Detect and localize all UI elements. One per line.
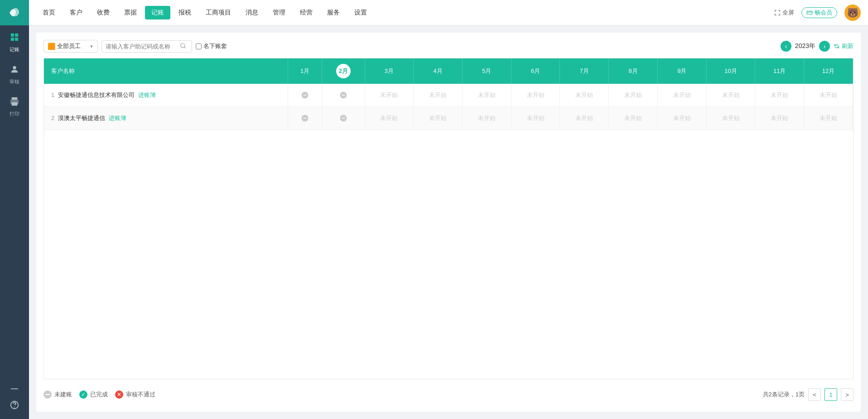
nav-message[interactable]: 消息 — [239, 6, 265, 19]
search-input-wrap — [101, 40, 192, 53]
legend-not-built-icon — [43, 390, 52, 399]
refresh-label: 刷新 — [842, 42, 854, 50]
table-cell-month-12: 未开始 — [804, 84, 853, 107]
nav-bookkeeping[interactable]: 记账 — [145, 6, 170, 19]
enter-ledger-link[interactable]: 进账簿 — [109, 115, 126, 121]
fullscreen-label: 全屏 — [782, 9, 794, 17]
next-year-button[interactable]: › — [819, 41, 830, 52]
status-not-started: 未开始 — [429, 115, 447, 121]
year-nav: ‹ 2023年 › — [781, 41, 830, 52]
table-cell-month-11: 未开始 — [755, 84, 804, 107]
table-cell-month-2 — [322, 84, 365, 107]
status-not-started: 未开始 — [478, 92, 496, 98]
sidebar-item-download[interactable] — [0, 377, 29, 395]
search-input[interactable] — [106, 43, 178, 50]
table-cell-month-7: 未开始 — [560, 107, 609, 130]
sidebar-item-audit[interactable]: 审核 — [0, 58, 29, 90]
refresh-button[interactable]: 刷新 — [834, 42, 854, 50]
nav-customer[interactable]: 客户 — [63, 6, 89, 19]
current-page-button[interactable]: 1 — [825, 388, 837, 401]
toolbar: 🟧 全部员工 ▼ 名下账套 ‹ 2023年 › — [43, 40, 854, 53]
avatar[interactable]: 🐻 — [844, 5, 861, 21]
sidebar-item-bookkeeping[interactable]: 记账 — [0, 25, 29, 58]
svg-rect-7 — [12, 102, 18, 106]
chevron-down-icon: ▼ — [89, 44, 94, 49]
legend-rejected: ✕ 审核不通过 — [115, 390, 155, 399]
topnav: 首页 客户 收费 票据 记账 报税 工商项目 消息 管理 经营 服务 设置 全屏… — [29, 0, 868, 25]
sidebar-item-bookkeeping-label: 记账 — [10, 46, 19, 53]
checkbox-label[interactable]: 名下账套 — [196, 42, 227, 50]
legend-rejected-label: 审核不通过 — [126, 390, 155, 399]
col-sep: 9月 — [657, 58, 706, 84]
status-done-icon — [300, 113, 310, 123]
prev-page-button[interactable]: < — [808, 388, 821, 401]
col-nov: 11月 — [755, 58, 804, 84]
nav-settings[interactable]: 设置 — [348, 6, 373, 19]
enter-ledger-link[interactable]: 进账簿 — [138, 92, 156, 98]
col-may: 5月 — [462, 58, 511, 84]
table-cell-month-5: 未开始 — [462, 107, 511, 130]
nav-tax[interactable]: 报税 — [172, 6, 198, 19]
sidebar-item-support[interactable] — [0, 396, 29, 414]
prev-year-button[interactable]: ‹ — [781, 41, 791, 52]
svg-point-12 — [181, 43, 185, 47]
legend-not-built: 未建账 — [43, 390, 72, 399]
svg-point-4 — [13, 66, 16, 69]
row-number: 2 — [51, 115, 54, 121]
status-not-started: 未开始 — [722, 115, 740, 121]
accounts-checkbox[interactable] — [196, 43, 202, 49]
search-button[interactable] — [180, 43, 186, 50]
nav-operation[interactable]: 经营 — [294, 6, 319, 19]
sidebar-item-print[interactable]: 打印 — [0, 90, 29, 122]
svg-point-10 — [14, 407, 15, 408]
nav-billing[interactable]: 收费 — [91, 6, 116, 19]
status-not-started: 未开始 — [722, 92, 740, 98]
logo[interactable] — [0, 0, 29, 25]
legend: 未建账 ✓ 已完成 ✕ 审核不通过 — [43, 390, 155, 399]
table-cell-month-9: 未开始 — [657, 84, 706, 107]
company-name: 安徽畅捷通信息技术有限公司 — [58, 92, 135, 98]
nav-business[interactable]: 工商项目 — [199, 6, 237, 19]
nav-management[interactable]: 管理 — [266, 6, 292, 19]
sidebar-item-print-label: 打印 — [10, 111, 19, 117]
legend-completed-icon: ✓ — [79, 390, 87, 399]
employee-icon: 🟧 — [48, 43, 55, 50]
col-jul: 7月 — [560, 58, 609, 84]
nav-invoice[interactable]: 票据 — [118, 6, 143, 19]
table-cell-month-7: 未开始 — [560, 84, 609, 107]
page-container: 🟧 全部员工 ▼ 名下账套 ‹ 2023年 › — [29, 25, 868, 419]
table-body: 1安徽畅捷通信息技术有限公司进账簿 未开始未开始未开始未开始未开始未开始未开始未… — [44, 84, 853, 130]
bookkeeping-icon — [7, 30, 22, 44]
status-not-started: 未开始 — [527, 92, 545, 98]
checkbox-text: 名下账套 — [203, 42, 227, 50]
table-cell-month-8: 未开始 — [609, 107, 658, 130]
current-month-indicator: 2月 — [336, 64, 351, 78]
nav-home[interactable]: 首页 — [36, 6, 62, 19]
col-dec: 12月 — [804, 58, 853, 84]
status-done-icon — [338, 90, 348, 100]
status-done-icon — [338, 113, 348, 123]
next-page-button[interactable]: > — [841, 388, 854, 401]
pagination: 共2条记录，1页 < 1 > — [763, 388, 854, 401]
fullscreen-button[interactable]: 全屏 — [774, 9, 794, 17]
col-feb: 2月 — [322, 58, 365, 84]
col-mar: 3月 — [365, 58, 414, 84]
col-name: 客户名称 — [44, 58, 288, 84]
table-cell-month-3: 未开始 — [365, 84, 414, 107]
row-number: 1 — [51, 92, 54, 98]
table-cell-month-1 — [288, 107, 322, 130]
svg-rect-21 — [45, 394, 50, 395]
footer: 未建账 ✓ 已完成 ✕ 审核不通过 共2条记录，1页 < 1 > — [43, 385, 854, 405]
svg-rect-3 — [15, 38, 18, 41]
status-not-started: 未开始 — [429, 92, 447, 98]
employee-select[interactable]: 🟧 全部员工 ▼ — [43, 40, 98, 53]
member-label: 畅会员 — [815, 9, 832, 17]
status-not-started: 未开始 — [380, 92, 398, 98]
nav-service[interactable]: 服务 — [321, 6, 346, 19]
table-cell-month-6: 未开始 — [511, 107, 560, 130]
table-cell-month-1 — [288, 84, 322, 107]
table-cell-month-12: 未开始 — [804, 107, 853, 130]
table-row: 1安徽畅捷通信息技术有限公司进账簿 未开始未开始未开始未开始未开始未开始未开始未… — [44, 84, 853, 107]
member-button[interactable]: 畅会员 — [801, 7, 837, 18]
table-cell-name: 1安徽畅捷通信息技术有限公司进账簿 — [44, 84, 288, 107]
